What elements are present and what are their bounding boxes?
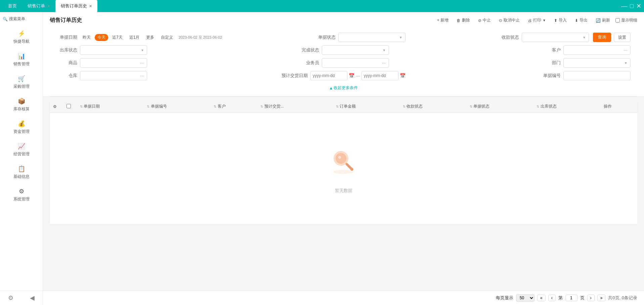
page-number-input[interactable] bbox=[565, 295, 577, 301]
complete-arrow-icon: ▼ bbox=[383, 48, 386, 52]
sort-date-icon[interactable]: ⇅ bbox=[80, 105, 83, 108]
main-layout: 🔍 搜索菜单 ⚡ 快捷导航 📊 销售管理 🛒 采购管理 📦 库存核算 💰 资金管… bbox=[0, 12, 644, 305]
sidebar-item-inventory[interactable]: 📦 库存核算 bbox=[0, 93, 43, 116]
maximize-btn[interactable]: □ bbox=[630, 3, 634, 10]
filter-row-4: 仓库 ··· 预计交货日期 📅 — 📅 单据编号 bbox=[56, 71, 631, 80]
warehouse-dots-icon[interactable]: ··· bbox=[140, 73, 144, 78]
delete-button[interactable]: 🗑 删除 bbox=[454, 16, 473, 25]
warehouse-select[interactable]: ··· bbox=[80, 71, 147, 80]
tab-home[interactable]: 首页 bbox=[3, 3, 22, 9]
sort-payment-icon[interactable]: ⇅ bbox=[403, 105, 405, 108]
next-page-btn[interactable]: › bbox=[587, 295, 595, 301]
page-label: 第 bbox=[558, 295, 563, 301]
first-page-btn[interactable]: « bbox=[537, 295, 546, 301]
filter-row-3: 商品 ··· 业务员 ··· 部门 ▼ bbox=[56, 58, 631, 68]
print-arrow-icon: ▼ bbox=[543, 18, 546, 22]
delivery-date-label: 预计交货日期 bbox=[282, 73, 310, 79]
data-table: ⚙ ⇅ 单据日期 ⇅ 单据编号 ⇅ 客户 bbox=[50, 100, 637, 224]
th-gear[interactable]: ⚙ bbox=[50, 100, 63, 113]
display-detail-checkbox[interactable] bbox=[615, 18, 620, 23]
per-page-select[interactable]: 50 20 100 bbox=[516, 294, 534, 302]
date-tag-more[interactable]: 更多 bbox=[143, 34, 157, 41]
new-button[interactable]: + 新增 bbox=[434, 16, 451, 25]
collapse-filter-link[interactable]: ▲ 收起更多条件 bbox=[56, 84, 631, 92]
sidebar-item-sales-mgmt[interactable]: 📊 销售管理 bbox=[0, 48, 43, 71]
order-no-label: 单据编号 bbox=[540, 73, 563, 79]
warehouse-label: 仓库 bbox=[56, 73, 80, 79]
sort-outbound-icon[interactable]: ⇅ bbox=[536, 105, 539, 108]
refresh-icon: 🔄 bbox=[596, 18, 601, 23]
sort-delivery-icon[interactable]: ⇅ bbox=[260, 105, 263, 108]
settings-button[interactable]: 设置 bbox=[614, 33, 631, 42]
date-tag-1month[interactable]: 近1月 bbox=[127, 34, 142, 41]
table-header-row: ⚙ ⇅ 单据日期 ⇅ 单据编号 ⇅ 客户 bbox=[50, 100, 637, 113]
sidebar-bottom: ⚙ ◀ bbox=[0, 291, 43, 305]
prev-page-btn[interactable]: ‹ bbox=[548, 295, 556, 301]
calendar-end-icon[interactable]: 📅 bbox=[400, 73, 405, 78]
tab-sales-order[interactable]: 销售订单 ✕ bbox=[22, 0, 55, 12]
export-button[interactable]: ⬇ 导出 bbox=[572, 16, 590, 25]
payment-select[interactable]: ▼ bbox=[522, 33, 589, 42]
outbound-select[interactable]: ▼ bbox=[80, 45, 147, 55]
refresh-button[interactable]: 🔄 刷新 bbox=[593, 16, 613, 25]
filter-row-1: 单据日期 昨天 今天 近7天 近1月 更多 自定义 2023-06-02 至 2… bbox=[56, 33, 631, 42]
product-dots-icon[interactable]: ··· bbox=[140, 60, 144, 66]
sidebar-collapse-icon[interactable]: ◀ bbox=[30, 294, 35, 302]
import-button[interactable]: ⬆ 导入 bbox=[551, 16, 569, 25]
date-tag-today[interactable]: 今天 bbox=[95, 34, 108, 41]
stop-icon: ⊘ bbox=[478, 18, 481, 23]
date-tag-custom[interactable]: 自定义 bbox=[158, 34, 176, 41]
close-sales-order-tab[interactable]: ✕ bbox=[47, 4, 50, 8]
purchase-mgmt-icon: 🛒 bbox=[18, 75, 25, 82]
complete-select[interactable]: ▼ bbox=[322, 45, 389, 55]
date-tag-7days[interactable]: 近7天 bbox=[110, 34, 125, 41]
sidebar-item-basic-info[interactable]: 📋 基础信息 bbox=[0, 161, 43, 184]
sort-order-status-icon[interactable]: ⇅ bbox=[470, 105, 472, 108]
select-all-checkbox[interactable] bbox=[67, 104, 71, 108]
close-btn[interactable]: ✕ bbox=[636, 2, 641, 10]
print-button[interactable]: 🖨 打印 ▼ bbox=[525, 16, 549, 25]
sidebar-item-finance[interactable]: 💰 资金管理 bbox=[0, 116, 43, 139]
sort-amount-icon[interactable]: ⇅ bbox=[336, 105, 339, 108]
cancel-stop-button[interactable]: ⊙ 取消中止 bbox=[496, 16, 522, 25]
salesperson-dots-icon[interactable]: ··· bbox=[382, 60, 386, 66]
quick-nav-icon: ⚡ bbox=[18, 30, 25, 37]
calendar-start-icon[interactable]: 📅 bbox=[349, 73, 354, 78]
sidebar-label-basic-info: 基础信息 bbox=[13, 174, 30, 180]
sidebar-label-sales-mgmt: 销售管理 bbox=[13, 61, 30, 67]
department-select[interactable]: ▼ bbox=[563, 58, 631, 68]
delivery-date-end-input[interactable] bbox=[361, 71, 398, 80]
salesperson-select[interactable]: ··· bbox=[322, 58, 389, 68]
customer-dots-icon[interactable]: ··· bbox=[624, 47, 628, 53]
stop-button[interactable]: ⊘ 中止 bbox=[475, 16, 493, 25]
finance-icon: 💰 bbox=[18, 120, 25, 127]
customer-select[interactable]: ··· bbox=[563, 45, 631, 55]
top-bar: 首页 销售订单 ✕ 销售订单历史 ✕ — □ ✕ bbox=[0, 0, 644, 12]
date-tag-yesterday[interactable]: 昨天 bbox=[80, 34, 93, 41]
svg-point-5 bbox=[338, 156, 341, 159]
table-body: 暂无数据 bbox=[50, 113, 637, 224]
sort-customer-icon[interactable]: ⇅ bbox=[214, 105, 216, 108]
tab-sales-order-history[interactable]: 销售订单历史 ✕ bbox=[55, 0, 97, 12]
delivery-date-start-input[interactable] bbox=[310, 71, 347, 80]
sidebar-search[interactable]: 🔍 搜索菜单 bbox=[0, 12, 43, 26]
last-page-btn[interactable]: » bbox=[597, 295, 606, 301]
query-button[interactable]: 查询 bbox=[593, 33, 611, 42]
sort-order-no-icon[interactable]: ⇅ bbox=[147, 105, 149, 108]
sidebar-item-purchase-mgmt[interactable]: 🛒 采购管理 bbox=[0, 71, 43, 93]
status-select[interactable]: ▼ bbox=[338, 33, 405, 42]
close-sales-order-history-tab[interactable]: ✕ bbox=[89, 4, 92, 8]
display-detail-toggle[interactable]: 显示明细 bbox=[615, 17, 637, 23]
sidebar-item-quick-nav[interactable]: ⚡ 快捷导航 bbox=[0, 26, 43, 48]
order-no-input[interactable] bbox=[563, 71, 631, 80]
sidebar-item-system-mgmt[interactable]: ⚙ 系统管理 bbox=[0, 184, 43, 206]
th-delivery-date: ⇅ 预计交货... bbox=[257, 100, 332, 113]
minimize-btn[interactable]: — bbox=[621, 3, 627, 10]
sidebar-settings-icon[interactable]: ⚙ bbox=[8, 294, 13, 302]
sidebar-item-operations[interactable]: 📈 经营管理 bbox=[0, 139, 43, 161]
sidebar-label-quick-nav: 快捷导航 bbox=[13, 39, 30, 44]
product-select[interactable]: ··· bbox=[80, 58, 147, 68]
empty-text: 暂无数据 bbox=[335, 188, 352, 194]
th-checkbox[interactable] bbox=[63, 100, 77, 113]
th-order-no: ⇅ 单据编号 bbox=[143, 100, 210, 113]
